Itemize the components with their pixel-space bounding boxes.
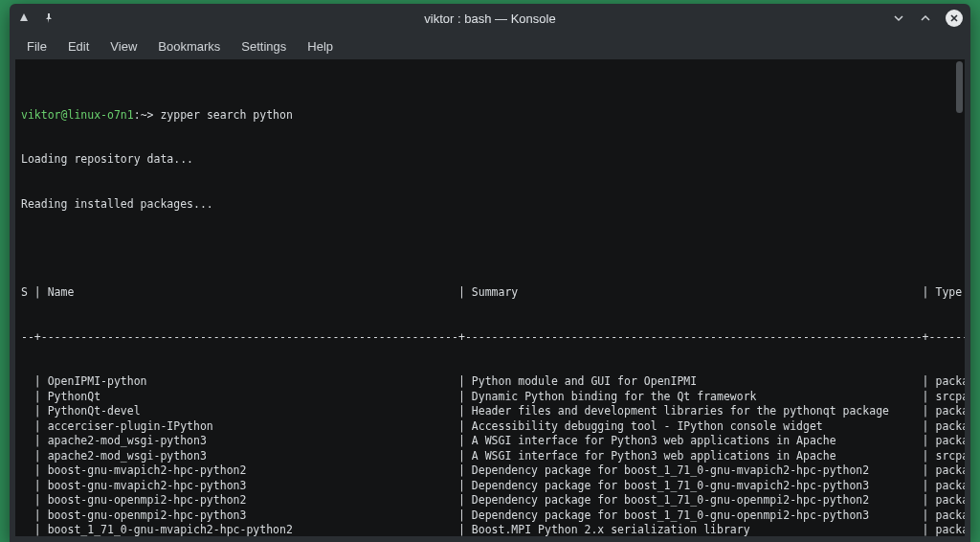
menu-edit[interactable]: Edit <box>68 39 89 54</box>
table-row: | boost-gnu-mvapich2-hpc-python2 | Depen… <box>21 463 959 479</box>
blank-line <box>21 241 959 256</box>
table-divider: --+-------------------------------------… <box>21 330 959 346</box>
window-title: viktor : bash — Konsole <box>424 11 555 26</box>
menu-settings[interactable]: Settings <box>241 39 286 54</box>
konsole-window: viktor : bash — Konsole File Edit View B… <box>10 4 970 542</box>
menu-file[interactable]: File <box>27 39 47 54</box>
line-loading: Loading repository data... <box>21 152 959 168</box>
maximize-icon[interactable] <box>919 11 932 25</box>
pin-icon[interactable] <box>42 11 56 25</box>
table-row: | apache2-mod_wsgi-python3 | A WSGI inte… <box>21 449 959 464</box>
table-row: | OpenIPMI-python | Python module and GU… <box>21 374 959 390</box>
table-row: | PythonQt | Dynamic Python binding for … <box>21 390 959 405</box>
menu-help[interactable]: Help <box>307 39 333 54</box>
line-reading: Reading installed packages... <box>21 197 959 213</box>
menu-bookmarks[interactable]: Bookmarks <box>158 39 220 54</box>
prompt-path: ~> <box>141 108 154 122</box>
menubar: File Edit View Bookmarks Settings Help <box>10 33 970 59</box>
table-header: S | Name | Summary | Type <box>21 285 959 301</box>
close-icon[interactable] <box>946 10 963 27</box>
terminal-output[interactable]: viktor@linux-o7n1:~> zypper search pytho… <box>15 59 965 536</box>
table-row: | apache2-mod_wsgi-python3 | A WSGI inte… <box>21 434 959 449</box>
minimize-icon[interactable] <box>892 11 905 25</box>
menu-view[interactable]: View <box>110 39 137 54</box>
titlebar[interactable]: viktor : bash — Konsole <box>10 4 970 33</box>
table-row: | boost_1_71_0-gnu-mvapich2-hpc-python2 … <box>21 523 959 536</box>
table-row: | accerciser-plugin-IPython | Accessibil… <box>21 419 959 435</box>
prompt-user-host: viktor@linux-o7n1 <box>21 108 134 122</box>
table-row: | PythonQt-devel | Header files and deve… <box>21 404 959 419</box>
app-menu-icon[interactable] <box>17 11 31 25</box>
scrollbar[interactable] <box>956 61 963 113</box>
table-row: | boost-gnu-openmpi2-hpc-python2 | Depen… <box>21 493 959 508</box>
prompt-command: zypper search python <box>154 108 293 122</box>
table-row: | boost-gnu-openmpi2-hpc-python3 | Depen… <box>21 508 959 524</box>
table-row: | boost-gnu-mvapich2-hpc-python3 | Depen… <box>21 479 959 494</box>
line-prompt: viktor@linux-o7n1:~> zypper search pytho… <box>21 108 959 124</box>
